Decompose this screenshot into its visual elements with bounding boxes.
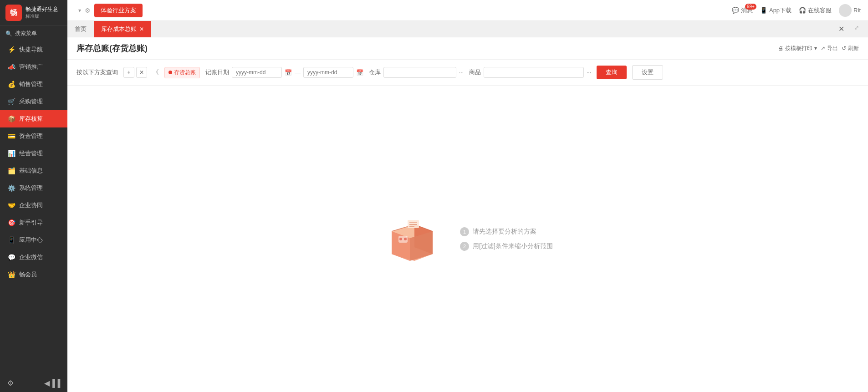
date-label: 记账日期: [205, 68, 229, 76]
sidebar-item-label: 基础信息: [19, 167, 43, 175]
quick-nav-icon: ⚡: [7, 46, 15, 54]
sidebar-item-label: 经营管理: [19, 149, 43, 158]
tip-text-2: 用[过滤]条件来缩小分析范围: [473, 242, 553, 250]
add-filter-btn[interactable]: +: [123, 67, 134, 78]
footer-audio-icon[interactable]: ◀▐▐: [44, 379, 60, 387]
online-support-btn[interactable]: 🎧 在线客服: [799, 6, 832, 15]
sidebar-item-label: 应用中心: [19, 236, 43, 244]
delete-filter-btn[interactable]: ✕: [136, 67, 147, 78]
phone-icon: 📱: [760, 7, 767, 14]
tab-active-label: 库存成本总账: [101, 25, 137, 33]
sidebar-item-apps[interactable]: 📱 应用中心: [0, 231, 67, 249]
topbar-settings-icon[interactable]: ⚙: [85, 7, 91, 14]
date-end-input[interactable]: [303, 67, 353, 78]
printer-icon: 🖨: [778, 45, 783, 51]
app-name: 畅捷通好生意: [26, 6, 58, 13]
topbar-left: ▾ ⚙ 体验行业方案: [75, 4, 143, 17]
tab-home-label: 首页: [75, 25, 87, 33]
search-menu-label: 搜索菜单: [15, 30, 37, 37]
sidebar-item-quick-nav[interactable]: ⚡ 快捷导航: [0, 41, 67, 58]
operation-icon: 📊: [7, 149, 15, 158]
export-icon: ↗: [821, 45, 825, 51]
calendar-end-icon[interactable]: 📅: [356, 69, 363, 76]
sidebar-item-sales[interactable]: 💰 销售管理: [0, 76, 67, 93]
tip-item-2: 2 用[过滤]条件来缩小分析范围: [460, 242, 553, 251]
scheme-item-label: 存货总账: [174, 69, 196, 76]
sidebar-item-cooperation[interactable]: 🤝 企业协同: [0, 197, 67, 214]
sidebar-item-purchase[interactable]: 🛒 采购管理: [0, 93, 67, 110]
sidebar-item-basic[interactable]: 🗂️ 基础信息: [0, 162, 67, 179]
topbar: ▾ ⚙ 体验行业方案 💬 消息 99+ 📱 App下载 🎧 在线客服 Rit: [67, 0, 868, 21]
footer-settings-icon[interactable]: ⚙: [7, 379, 14, 387]
inventory-icon: 📦: [7, 115, 15, 123]
sidebar-item-label: 资金管理: [19, 132, 43, 140]
empty-tips: 1 请先选择要分析的方案 2 用[过滤]条件来缩小分析范围: [460, 227, 553, 251]
message-icon: 💬: [732, 7, 739, 14]
settings-button[interactable]: 设置: [632, 65, 663, 80]
tab-home[interactable]: 首页: [67, 21, 94, 37]
filter-label: 按以下方案查询: [77, 68, 118, 76]
purchase-icon: 🛒: [7, 97, 15, 106]
main-content: ▾ ⚙ 体验行业方案 💬 消息 99+ 📱 App下载 🎧 在线客服 Rit: [67, 0, 868, 392]
expand-icon[interactable]: ⤢: [854, 25, 859, 31]
user-name: Rit: [853, 7, 861, 14]
sidebar-item-label: 快捷导航: [19, 46, 43, 54]
messages-btn[interactable]: 💬 消息 99+: [732, 6, 753, 15]
messages-badge: 99+: [745, 4, 756, 10]
product-more-icon[interactable]: ···: [587, 69, 591, 76]
warehouse-input[interactable]: [383, 67, 456, 78]
calendar-start-icon[interactable]: 📅: [285, 69, 292, 76]
print-template-btn[interactable]: 🖨 按模板打印 ▾: [778, 45, 817, 52]
filter-scheme-item[interactable]: 存货总账: [164, 67, 200, 78]
product-label: 商品: [469, 68, 481, 76]
sidebar-item-label: 企业协同: [19, 201, 43, 209]
filter-bar: 按以下方案查询 + ✕ 《 存货总账 记账日期 📅 —: [67, 60, 868, 86]
user-area[interactable]: Rit: [839, 4, 861, 17]
logo-icon: 畅: [5, 5, 22, 21]
empty-illustration: [383, 209, 442, 269]
sidebar-item-system[interactable]: ⚙️ 系统管理: [0, 179, 67, 197]
sidebar-item-member[interactable]: 👑 畅会员: [0, 266, 67, 283]
warehouse-more-icon[interactable]: ···: [459, 69, 464, 76]
sidebar-item-operation[interactable]: 📊 经营管理: [0, 145, 67, 162]
industry-btn[interactable]: 体验行业方案: [94, 4, 143, 17]
empty-state-svg: [383, 209, 442, 268]
sidebar-item-label: 营销推广: [19, 63, 43, 71]
tab-inventory-ledger[interactable]: 库存成本总账 ✕: [94, 21, 151, 37]
sidebar-item-inventory[interactable]: 📦 库存核算: [0, 110, 67, 127]
date-start-input[interactable]: [232, 67, 282, 78]
svg-point-7: [404, 238, 407, 240]
sidebar-item-label: 销售管理: [19, 80, 43, 88]
sidebar: 畅 畅捷通好生意 标准版 🔍 搜索菜单 ⚡ 快捷导航 📣 营销推广 💰 销售管理…: [0, 0, 67, 392]
tabs-bar: 首页 库存成本总账 ✕ ✕ ⤢: [67, 21, 868, 37]
tab-close-icon[interactable]: ✕: [139, 26, 144, 32]
basic-icon: 🗂️: [7, 167, 15, 175]
sidebar-item-finance[interactable]: 💳 资金管理: [0, 127, 67, 145]
filter-actions: + ✕: [123, 67, 147, 78]
tip-text-1: 请先选择要分析的方案: [473, 228, 536, 236]
newbie-icon: 🎯: [7, 219, 15, 227]
topbar-dropdown-icon[interactable]: ▾: [78, 7, 81, 14]
sidebar-item-label: 畅会员: [19, 270, 37, 279]
tip-num-1: 1: [460, 227, 469, 236]
sidebar-item-label: 系统管理: [19, 184, 43, 192]
sidebar-item-marketing[interactable]: 📣 营销推广: [0, 58, 67, 76]
export-btn[interactable]: ↗ 导出: [821, 45, 838, 52]
date-separator: —: [295, 69, 301, 76]
member-icon: 👑: [7, 270, 15, 279]
refresh-btn[interactable]: ↺ 刷新: [842, 45, 859, 52]
print-dropdown-icon: ▾: [814, 45, 817, 51]
query-button[interactable]: 查询: [597, 66, 627, 79]
page-header: 库存总账(存货总账) 🖨 按模板打印 ▾ ↗ 导出 ↺ 刷新: [67, 37, 868, 60]
app-download-btn[interactable]: 📱 App下载: [760, 6, 791, 15]
warehouse-label: 仓库: [369, 68, 381, 76]
filter-collapse-icon[interactable]: 《: [153, 68, 159, 76]
page-content: 库存总账(存货总账) 🖨 按模板打印 ▾ ↗ 导出 ↺ 刷新: [67, 37, 868, 392]
search-menu[interactable]: 🔍 搜索菜单: [0, 26, 67, 41]
close-panel-button[interactable]: ✕: [838, 25, 844, 33]
sidebar-item-wechat[interactable]: 💬 企业微信: [0, 249, 67, 266]
wechat-icon: 💬: [7, 253, 15, 261]
apps-icon: 📱: [7, 236, 15, 244]
sidebar-item-newbie[interactable]: 🎯 新手引导: [0, 214, 67, 231]
product-input[interactable]: [484, 67, 584, 78]
